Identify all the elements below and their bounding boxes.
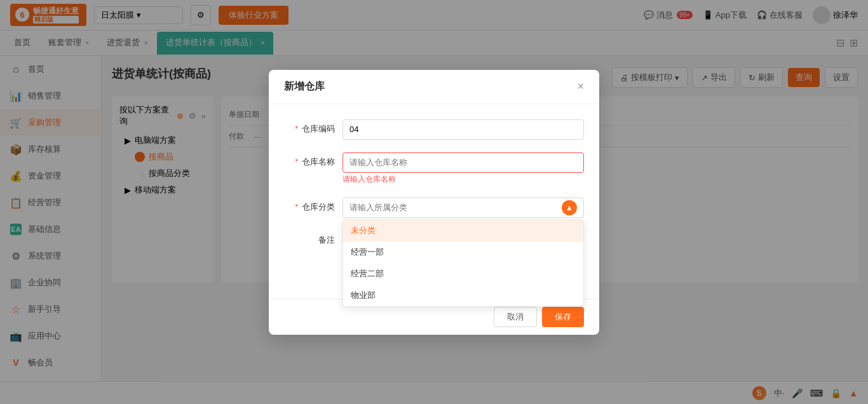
dialog-body: * 仓库编码 * 仓库名称 请输入仓库名称 (269, 104, 599, 299)
code-field-wrap (342, 119, 584, 140)
category-option-unclassified[interactable]: 未分类 (343, 220, 583, 241)
dialog-close-button[interactable]: × (577, 80, 584, 93)
required-code-icon: * (295, 124, 298, 133)
code-input[interactable] (342, 119, 584, 140)
name-input[interactable] (342, 152, 584, 173)
code-label: * 仓库编码 (284, 119, 335, 135)
form-row-code: * 仓库编码 (284, 119, 584, 140)
name-error-msg: 请输入仓库名称 (342, 174, 584, 185)
category-option-dept1[interactable]: 经营一部 (343, 241, 583, 263)
modal-overlay: 新增仓库 × * 仓库编码 * 仓库名称 (0, 0, 868, 404)
dialog-title: 新增仓库 (284, 80, 325, 93)
category-dropdown-list: 未分类 经营一部 经营二部 物业部 (342, 219, 584, 307)
category-dropdown-toggle[interactable]: ▲ (562, 200, 577, 215)
cancel-button[interactable]: 取消 (494, 307, 537, 327)
dialog-header: 新增仓库 × (269, 70, 599, 104)
category-option-property[interactable]: 物业部 (343, 285, 583, 306)
category-dropdown[interactable]: ▲ (342, 198, 584, 218)
name-label: * 仓库名称 (284, 152, 335, 168)
chevron-up-icon: ▲ (566, 203, 573, 212)
name-field-wrap: 请输入仓库名称 (342, 152, 584, 185)
notes-label: 备注 (284, 231, 335, 246)
category-field-wrap: ▲ 未分类 经营一部 经营二部 物业部 (342, 198, 584, 218)
category-option-dept2[interactable]: 经营二部 (343, 263, 583, 285)
category-label: * 仓库分类 (284, 198, 335, 213)
form-row-category: * 仓库分类 ▲ 未分类 经营一部 经营二部 物业部 (284, 198, 584, 218)
save-button[interactable]: 保存 (542, 307, 584, 327)
required-category-icon: * (295, 202, 298, 212)
required-name-icon: * (295, 157, 298, 166)
category-input[interactable] (349, 203, 562, 212)
new-warehouse-dialog: 新增仓库 × * 仓库编码 * 仓库名称 (269, 70, 599, 335)
form-row-name: * 仓库名称 请输入仓库名称 (284, 152, 584, 185)
